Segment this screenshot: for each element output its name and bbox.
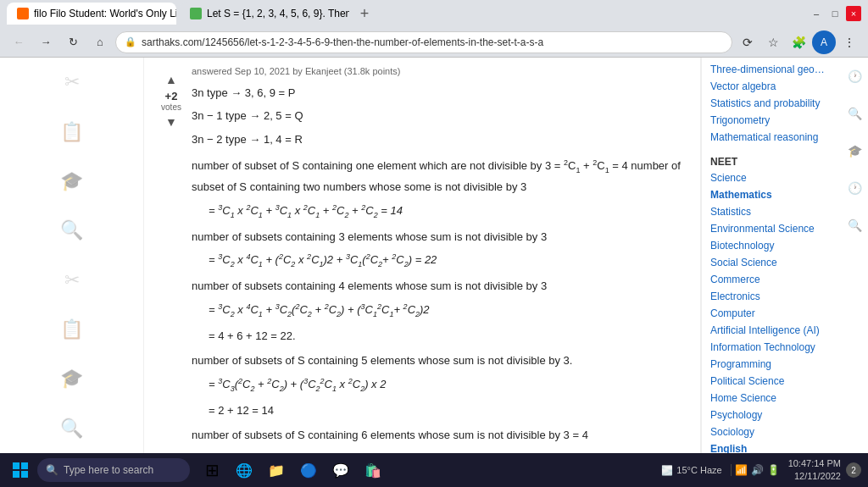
math-line-5: = 3C1 x 2C1 + 3C1 x 2C1 + 2C2 + 2C2 = 14 — [192, 201, 683, 222]
vote-down-button[interactable]: ▼ — [161, 112, 181, 132]
content-area: ✂ 📋 🎓 🔍 ✂ 📋 🎓 🔍 ▲ +2 votes ▼ answered — [0, 58, 868, 453]
start-button[interactable] — [7, 457, 34, 484]
sidebar-cat-home-science[interactable]: Home Science — [702, 390, 841, 407]
taskbar-app-task-view[interactable]: ⊞ — [197, 455, 227, 485]
math-line-11: number of subsets of S containing 5 elem… — [192, 351, 683, 370]
forward-button[interactable]: → — [34, 30, 58, 54]
svg-rect-0 — [13, 462, 19, 469]
tab-1-favicon — [17, 8, 29, 19]
back-button[interactable]: ← — [7, 30, 31, 54]
deco-icon-5: ✂ — [55, 264, 89, 296]
deco-icon-8: 🔍 — [55, 412, 89, 445]
window-controls: – □ × — [809, 6, 861, 21]
taskbar-right: 🌫️ 15°C Haze 📶 🔊 🔋 10:47:14 PM 12/11/202… — [661, 457, 861, 484]
math-line-6: number of subsets containing 3 elements … — [192, 227, 683, 246]
math-line-12: = 3C3(2C2 + 2C2) + (3C22C1 x 2C2) x 2 — [192, 374, 683, 396]
tab-1[interactable]: filo Filo Student: World's Only Li... × — [7, 3, 176, 25]
tab-2-favicon — [190, 8, 202, 19]
taskbar: 🔍 Type here to search ⊞ 🌐 📁 🔵 💬 🛍️ 🌫️ 15… — [0, 453, 868, 487]
taskbar-app-chrome[interactable]: 🔵 — [293, 455, 324, 485]
tab-1-label: filo Filo Student: World's Only Li... — [34, 8, 176, 19]
sidebar-cat-computer[interactable]: Computer — [702, 305, 841, 322]
sidebar-cat-vector[interactable]: Vector algebra — [702, 78, 841, 95]
deco-icon-1: ✂ — [55, 66, 89, 98]
math-line-8: number of subsets containing 4 elements … — [192, 276, 683, 296]
tab-2-label: Let S = {1, 2, 3, 4, 5, 6, 9}. Then t... — [207, 8, 349, 19]
sidebar-cat-math-reasoning[interactable]: Mathematical reasoning — [702, 129, 841, 146]
sidebar-cat-3d-geometry[interactable]: Three-dimensional geometry — [702, 61, 841, 78]
weather-text: 15°C Haze — [676, 465, 721, 475]
math-content: 3n type → 3, 6, 9 = P 3n − 1 type → 2, 5… — [192, 83, 683, 453]
taskbar-weather[interactable]: 🌫️ 15°C Haze — [661, 465, 721, 476]
minimize-button[interactable]: – — [809, 6, 824, 21]
rdeco-icon-5: 🔍 — [844, 215, 865, 235]
title-bar: filo Filo Student: World's Only Li... × … — [0, 0, 868, 27]
taskbar-app-edge[interactable]: 🌐 — [229, 455, 259, 485]
article-area: ▲ +2 votes ▼ answered Sep 10, 2021 by Ek… — [144, 58, 701, 453]
taskbar-app-store[interactable]: 🛍️ — [358, 455, 388, 485]
reload-icon[interactable]: ⟳ — [736, 30, 760, 54]
profile-icon[interactable]: A — [812, 30, 836, 54]
address-bar[interactable]: 🔒 sarthaks.com/1245656/let-s-1-2-3-4-5-6… — [115, 31, 732, 53]
sidebar-cat-english[interactable]: English — [702, 440, 841, 453]
taskbar-apps: ⊞ 🌐 📁 🔵 💬 🛍️ — [197, 455, 388, 485]
taskbar-app-whatsapp[interactable]: 💬 — [326, 455, 356, 485]
sidebar-cat-social[interactable]: Social Science — [702, 254, 841, 271]
answer-meta: answered Sep 10, 2021 by Ekanjeet (31.8k… — [192, 66, 683, 76]
url-text: sarthaks.com/1245656/let-s-1-2-3-4-5-6-9… — [142, 36, 723, 48]
taskbar-app-explorer[interactable]: 📁 — [261, 455, 292, 485]
sidebar-cat-statistics[interactable]: Statistics — [702, 203, 841, 220]
deco-icon-7: 🎓 — [55, 362, 89, 395]
home-button[interactable]: ⌂ — [88, 30, 112, 54]
weather-icon: 🌫️ — [661, 465, 673, 476]
network-icon[interactable]: 📶 — [735, 464, 748, 476]
sidebar-cat-stats-prob[interactable]: Statistics and probability — [702, 95, 841, 112]
notification-badge[interactable]: 2 — [846, 462, 861, 478]
vote-up-button[interactable]: ▲ — [161, 69, 181, 90]
sidebar-cat-env-science[interactable]: Environmental Science — [702, 220, 841, 237]
sidebar-cat-programming[interactable]: Programming — [702, 356, 841, 373]
maximize-button[interactable]: □ — [827, 6, 843, 21]
extensions-icon[interactable]: 🧩 — [787, 30, 810, 54]
right-decoration: 🕐 🔍 🎓 🕐 🔍 — [841, 58, 868, 453]
sidebar-cat-electronics[interactable]: Electronics — [702, 288, 841, 305]
refresh-button[interactable]: ↻ — [61, 30, 85, 54]
rdeco-icon-2: 🔍 — [844, 103, 865, 124]
math-line-2: 3n − 1 type → 2, 5 = Q — [192, 106, 683, 125]
math-line-7: = 3C2 x 4C1 + (2C2 x 2C1)2 + 3C1(2C2+ 2C… — [192, 250, 683, 271]
star-icon[interactable]: ☆ — [761, 30, 785, 54]
taskbar-search-icon: 🔍 — [46, 464, 58, 476]
taskbar-sys-icons: 📶 🔊 🔋 — [731, 464, 783, 476]
sidebar-cat-mathematics[interactable]: Mathematics — [702, 186, 841, 203]
svg-rect-2 — [13, 471, 19, 478]
sidebar-cat-ai[interactable]: Artificial Intelligence (AI) — [702, 322, 841, 339]
deco-icon-3: 🎓 — [55, 165, 89, 197]
nav-bar: ← → ↻ ⌂ 🔒 sarthaks.com/1245656/let-s-1-2… — [0, 27, 868, 58]
taskbar-clock[interactable]: 10:47:14 PM 12/11/2022 — [788, 457, 841, 484]
sidebar-cat-sociology[interactable]: Sociology — [702, 423, 841, 440]
svg-rect-3 — [21, 471, 28, 478]
taskbar-search-text: Type here to search — [64, 464, 153, 476]
sidebar-cat-it[interactable]: Information Technology — [702, 339, 841, 356]
tab-2[interactable]: Let S = {1, 2, 3, 4, 5, 6, 9}. Then t...… — [180, 3, 349, 25]
sidebar-cat-trig[interactable]: Trigonometry — [702, 112, 841, 129]
vote-label: votes — [161, 102, 181, 112]
rdeco-icon-3: 🎓 — [844, 141, 865, 161]
rdeco-icon-4: 🕐 — [844, 178, 865, 198]
sidebar-cat-commerce[interactable]: Commerce — [702, 271, 841, 288]
taskbar-search-bar[interactable]: 🔍 Type here to search — [37, 458, 190, 482]
battery-icon[interactable]: 🔋 — [767, 464, 780, 476]
clock-date: 12/11/2022 — [788, 470, 841, 483]
volume-icon[interactable]: 🔊 — [751, 464, 764, 476]
menu-icon[interactable]: ⋮ — [837, 30, 861, 54]
sidebar-cat-science[interactable]: Science — [702, 169, 841, 186]
sidebar-cat-polsci[interactable]: Political Science — [702, 373, 841, 390]
sidebar-cat-psychology[interactable]: Psychology — [702, 407, 841, 423]
sidebar-cat-biotech[interactable]: Biotechnology — [702, 237, 841, 254]
browser-frame: filo Filo Student: World's Only Li... × … — [0, 0, 868, 487]
math-line-9: = 3C2 x 4C1 + 3C2(2C2 + 2C2) + (3C12C1+ … — [192, 300, 683, 321]
close-button[interactable]: × — [846, 6, 861, 21]
answer-meta-text: answered Sep 10, 2021 by Ekanjeet (31.8k… — [192, 66, 400, 76]
deco-icon-6: 📋 — [55, 313, 89, 346]
new-tab-button[interactable]: + — [353, 2, 376, 25]
